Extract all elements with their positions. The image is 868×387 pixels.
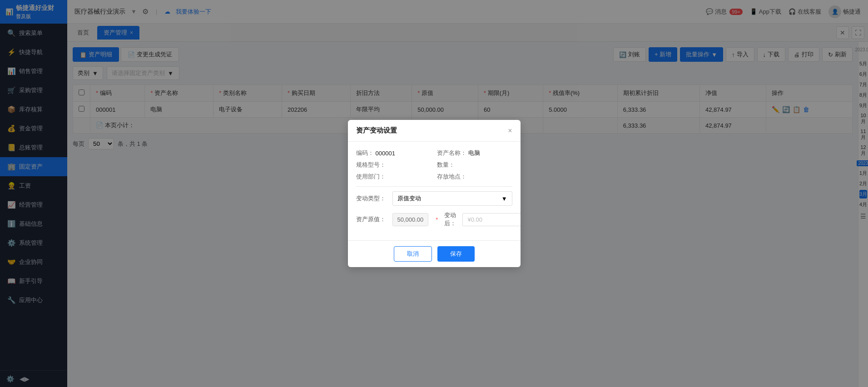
original-value-row: 资产原值： 50,000.00 * 变动后： (356, 211, 512, 228)
change-type-row: 变动类型： 原值变动 ▼ (356, 191, 512, 206)
modal-header: 资产变动设置 × (348, 120, 521, 142)
code-label: 编码： (356, 149, 374, 157)
code-value: 000001 (376, 150, 395, 157)
location-label: 存放地点： (437, 173, 466, 181)
asset-name-label: 资产名称： (437, 149, 466, 157)
change-type-value: 原值变动 (397, 194, 421, 203)
original-value-display: 50,000.00 (392, 213, 429, 226)
modal-location-field: 存放地点： (437, 173, 512, 181)
after-change-input[interactable] (462, 213, 520, 226)
modal-footer: 取消 保存 (348, 240, 521, 267)
quantity-label: 数量： (437, 161, 455, 169)
required-star: * (436, 216, 438, 223)
modal-info-grid: 编码： 000001 资产名称： 电脑 规格型号： 数量： 使用部门： (356, 149, 512, 181)
change-type-label: 变动类型： (356, 194, 388, 203)
modal-body: 编码： 000001 资产名称： 电脑 规格型号： 数量： 使用部门： (348, 142, 521, 240)
modal-spec-field: 规格型号： (356, 161, 432, 169)
change-type-select[interactable]: 原值变动 ▼ (392, 191, 512, 206)
asset-name-value: 电脑 (468, 149, 480, 157)
modal-name-field: 资产名称： 电脑 (437, 149, 512, 157)
modal-divider (356, 186, 512, 187)
modal-close-btn[interactable]: × (508, 127, 512, 135)
cancel-btn[interactable]: 取消 (394, 246, 432, 262)
modal-quantity-field: 数量： (437, 161, 512, 169)
dept-label: 使用部门： (356, 173, 386, 181)
after-change-label: 变动后： (444, 211, 456, 228)
original-value-label: 资产原值： (356, 215, 388, 223)
modal-code-field: 编码： 000001 (356, 149, 432, 157)
modal-dept-field: 使用部门： (356, 173, 432, 181)
modal-overlay: 资产变动设置 × 编码： 000001 资产名称： 电脑 规格型号： 数量： (0, 0, 868, 387)
modal-title: 资产变动设置 (356, 126, 397, 135)
spec-label: 规格型号： (356, 161, 386, 169)
save-btn[interactable]: 保存 (437, 246, 475, 262)
change-type-dropdown-icon: ▼ (501, 195, 507, 202)
asset-change-modal: 资产变动设置 × 编码： 000001 资产名称： 电脑 规格型号： 数量： (348, 120, 521, 267)
